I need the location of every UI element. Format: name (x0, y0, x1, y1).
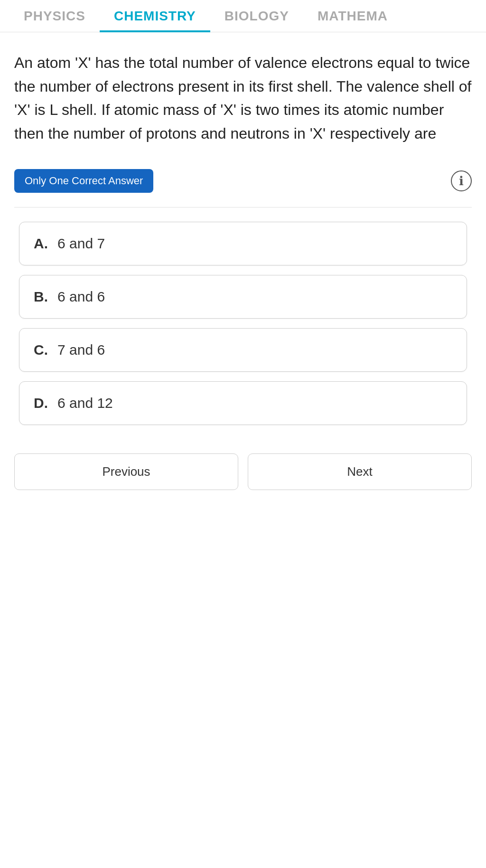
option-text-a: 6 and 7 (57, 236, 105, 252)
question-text: An atom 'X' has the total number of vale… (14, 51, 472, 145)
tab-physics[interactable]: PHYSICS (9, 0, 100, 32)
tab-chemistry[interactable]: CHEMISTRY (100, 0, 210, 32)
main-content: An atom 'X' has the total number of vale… (0, 32, 486, 439)
option-text-c: 7 and 6 (57, 342, 105, 358)
option-item-b[interactable]: B.6 and 6 (19, 275, 467, 319)
option-text-b: 6 and 6 (57, 289, 105, 305)
option-letter-b: B. (34, 289, 48, 305)
info-icon[interactable]: ℹ (451, 170, 472, 191)
bottom-navigation: Previous Next (0, 444, 486, 504)
option-letter-c: C. (34, 342, 48, 358)
option-item-a[interactable]: A.6 and 7 (19, 222, 467, 265)
options-list: A.6 and 7B.6 and 6C.7 and 6D.6 and 12 (14, 222, 472, 425)
option-item-d[interactable]: D.6 and 12 (19, 381, 467, 425)
next-button[interactable]: Next (248, 453, 472, 490)
option-letter-a: A. (34, 236, 48, 252)
previous-button[interactable]: Previous (14, 453, 238, 490)
tag-row: Only One Correct Answer ℹ (14, 169, 472, 193)
tab-biology[interactable]: BIOLOGY (210, 0, 303, 32)
tab-navigation: PHYSICSCHEMISTRYBIOLOGYMATHEMA (0, 0, 486, 32)
tab-mathematics[interactable]: MATHEMA (303, 0, 402, 32)
option-letter-d: D. (34, 395, 48, 411)
divider (14, 207, 472, 208)
answer-type-badge: Only One Correct Answer (14, 169, 153, 193)
option-item-c[interactable]: C.7 and 6 (19, 328, 467, 372)
option-text-d: 6 and 12 (57, 395, 113, 411)
